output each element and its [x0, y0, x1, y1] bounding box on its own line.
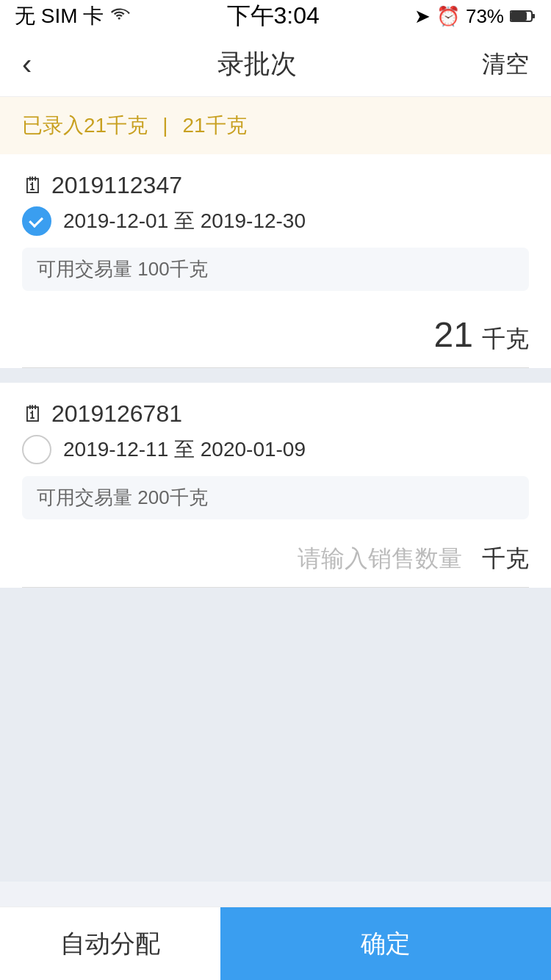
clear-button[interactable]: 清空 — [482, 48, 529, 81]
bottom-bar: 自动分配 确定 — [0, 907, 551, 980]
status-right: ➤ ⏰ 73% — [414, 5, 536, 28]
batch-radio-2[interactable] — [22, 435, 51, 464]
battery-label: 73% — [466, 5, 504, 28]
batch-icon-2: 🗓 — [22, 402, 44, 427]
confirm-button[interactable]: 确定 — [220, 907, 551, 980]
page-title: 录批次 — [217, 46, 297, 82]
alarm-icon: ⏰ — [436, 5, 460, 28]
quantity-value-1: 21 — [434, 314, 473, 355]
location-icon: ➤ — [414, 5, 431, 28]
recorded-value: 21千克 — [182, 112, 246, 140]
auto-distribute-button[interactable]: 自动分配 — [0, 907, 220, 980]
batch-date-1: 2019-12-01 至 2019-12-30 — [63, 207, 306, 235]
battery-icon — [510, 5, 536, 28]
section-divider — [0, 368, 551, 383]
quantity-unit-1: 千克 — [482, 323, 529, 356]
nav-bar: ‹ 录批次 清空 — [0, 32, 551, 97]
batch-id-row-1: 🗓 2019112347 — [22, 172, 529, 199]
quantity-unit-2: 千克 — [482, 543, 529, 575]
page-content: 已录入21千克 | 21千克 🗓 2019112347 2019-12-01 至… — [0, 97, 551, 955]
svg-rect-1 — [532, 14, 535, 18]
batch-item-1: 🗓 2019112347 2019-12-01 至 2019-12-30 可用交… — [0, 154, 551, 368]
batch-date-2: 2019-12-11 至 2020-01-09 — [63, 436, 306, 464]
batch-date-row-1[interactable]: 2019-12-01 至 2019-12-30 — [22, 206, 529, 236]
quantity-row-1: 21 千克 — [0, 303, 551, 367]
batch-icon-1: 🗓 — [22, 173, 44, 198]
batch-date-row-2[interactable]: 2019-12-11 至 2020-01-09 — [22, 435, 529, 464]
batch-id-2: 2019126781 — [51, 400, 182, 428]
carrier-label: 无 SIM 卡 — [15, 2, 104, 30]
recorded-label: 已录入21千克 — [22, 112, 148, 140]
info-divider: | — [162, 114, 168, 137]
quantity-input-2[interactable] — [253, 545, 473, 572]
status-left: 无 SIM 卡 — [15, 2, 132, 30]
quantity-input-row-2: 千克 — [0, 531, 551, 587]
status-time: 下午3:04 — [227, 0, 320, 32]
available-tag-2: 可用交易量 200千克 — [22, 476, 529, 519]
batch-id-1: 2019112347 — [51, 172, 182, 199]
status-bar: 无 SIM 卡 下午3:04 ➤ ⏰ 73% — [0, 0, 551, 32]
available-tag-1: 可用交易量 100千克 — [22, 248, 529, 291]
batch-id-row-2: 🗓 2019126781 — [22, 400, 529, 428]
batch-item-2: 🗓 2019126781 2019-12-11 至 2020-01-09 可用交… — [0, 383, 551, 588]
info-bar: 已录入21千克 | 21千克 — [0, 97, 551, 154]
batch-radio-1[interactable] — [22, 206, 51, 236]
wifi-icon — [111, 4, 132, 28]
svg-rect-2 — [511, 12, 527, 21]
bottom-space — [0, 588, 551, 882]
back-button[interactable]: ‹ — [22, 48, 32, 81]
